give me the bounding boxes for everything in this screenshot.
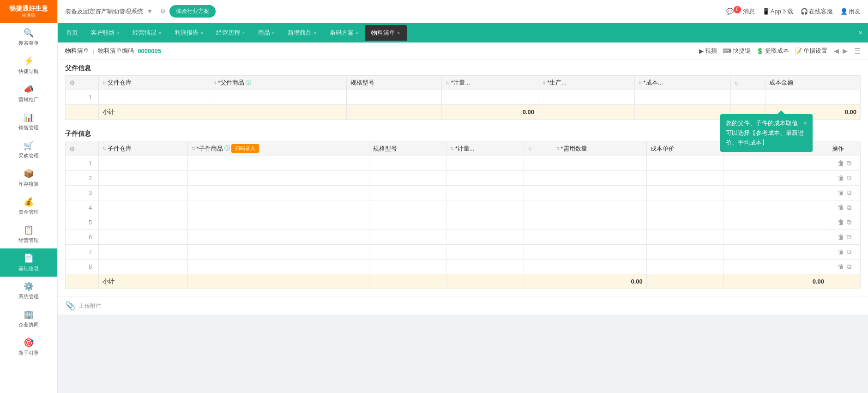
child-row3-unit-cost[interactable]	[646, 186, 723, 200]
child-row2-unit-cost[interactable]	[646, 171, 723, 186]
extract-cost-btn[interactable]: 💲 提取成本	[756, 47, 789, 55]
parent-row1-warehouse[interactable]	[99, 90, 209, 105]
child-row6-qty[interactable]	[552, 230, 646, 245]
sidebar-item-system[interactable]: ⚙️ 系统管理	[0, 277, 57, 305]
dropdown-arrow-icon[interactable]: ▼	[147, 8, 153, 15]
settings-icon[interactable]: ⚙	[160, 8, 166, 15]
close-icon-bom[interactable]: ×	[397, 30, 400, 36]
view-btn[interactable]: ▶ 视频	[699, 47, 717, 55]
user-item[interactable]: 👤 用友	[840, 7, 861, 16]
child-row6-goods[interactable]	[187, 230, 369, 245]
child-row3-unit[interactable]	[446, 186, 524, 200]
shortcut-btn[interactable]: ⌨ 快捷键	[723, 47, 751, 55]
copy-icon-row8[interactable]: ⧉	[847, 263, 851, 271]
child-row2-unit[interactable]	[446, 171, 524, 186]
child-row2-warehouse[interactable]	[99, 171, 188, 186]
app-download-item[interactable]: 📱 App下载	[762, 7, 793, 16]
child-row7-warehouse[interactable]	[99, 245, 188, 260]
child-row6-warehouse[interactable]	[99, 230, 188, 245]
child-row6-spec[interactable]	[369, 230, 446, 245]
sidebar-item-inventory[interactable]: 📦 库存核算	[0, 164, 57, 192]
delete-icon-row8[interactable]: 🗑	[838, 263, 844, 271]
child-row8-spec[interactable]	[369, 260, 446, 274]
tab-home[interactable]: 首页	[60, 25, 84, 41]
child-row1-goods[interactable]	[187, 156, 369, 171]
tab-new-goods[interactable]: 新增商品 ×	[281, 25, 323, 41]
tab-bom[interactable]: 物料清单 ×	[365, 25, 406, 41]
copy-icon-row7[interactable]: ⧉	[847, 248, 851, 256]
tab-customer[interactable]: 客户联络 ×	[84, 25, 126, 41]
sidebar-item-finance[interactable]: 💰 资金管理	[0, 192, 57, 220]
delete-icon-row1[interactable]: 🗑	[838, 159, 844, 167]
sidebar-item-enterprise[interactable]: 🏢 企业协同	[0, 305, 57, 333]
sidebar-item-newbie[interactable]: 🎯 新手引导	[0, 333, 57, 361]
child-row4-spec[interactable]	[369, 200, 446, 215]
child-row8-qty[interactable]	[552, 260, 646, 274]
delete-icon-row7[interactable]: 🗑	[838, 248, 844, 256]
child-row8-unit[interactable]	[446, 260, 524, 274]
child-row7-spec[interactable]	[369, 245, 446, 260]
child-row6-unit-cost[interactable]	[646, 230, 723, 245]
child-row1-unit[interactable]	[446, 156, 524, 171]
tab-history[interactable]: 经营历程 ×	[210, 25, 251, 41]
parent-row1-goods[interactable]	[209, 90, 347, 105]
copy-icon-row6[interactable]: ⧉	[847, 233, 851, 241]
child-row4-unit-cost[interactable]	[646, 200, 723, 215]
parent-row1-spec[interactable]	[347, 90, 442, 105]
child-row4-warehouse[interactable]	[99, 200, 188, 215]
child-row3-warehouse[interactable]	[99, 186, 188, 200]
sidebar-item-basic-info[interactable]: 📄 基础信息	[0, 248, 57, 277]
child-row8-warehouse[interactable]	[99, 260, 188, 274]
parent-row1-produce[interactable]	[538, 90, 635, 105]
child-row2-qty[interactable]	[552, 171, 646, 186]
breadcrumb-page[interactable]: 物料清单	[65, 47, 89, 55]
child-row4-qty[interactable]	[552, 200, 646, 215]
child-row5-goods[interactable]	[187, 215, 369, 230]
child-row7-goods[interactable]	[187, 245, 369, 260]
child-row3-goods[interactable]	[187, 186, 369, 200]
parent-row1-cost[interactable]	[634, 90, 731, 105]
child-row8-unit-cost[interactable]	[646, 260, 723, 274]
scan-input-btn[interactable]: 扫码录入	[231, 144, 259, 153]
parent-settings-gear[interactable]: ⚙	[69, 79, 75, 86]
tooltip-close-btn[interactable]: ×	[803, 119, 807, 128]
sidebar-item-marketing[interactable]: 📣 营销推广	[0, 79, 57, 108]
delete-icon-row2[interactable]: 🗑	[838, 174, 844, 182]
child-settings-gear[interactable]: ⚙	[69, 145, 75, 152]
experience-btn[interactable]: 体验行业方案	[169, 5, 216, 18]
child-row8-goods[interactable]	[187, 260, 369, 274]
copy-icon-row1[interactable]: ⧉	[847, 159, 851, 167]
prev-arrow[interactable]: ◀	[833, 46, 840, 55]
tab-barcode[interactable]: 条码方案 ×	[323, 25, 365, 41]
message-item[interactable]: 💬 6 消息	[726, 7, 755, 16]
child-row6-unit[interactable]	[446, 230, 524, 245]
tab-profit[interactable]: 利润报告 ×	[168, 25, 210, 41]
delete-icon-row4[interactable]: 🗑	[838, 204, 844, 212]
child-row7-unit-cost[interactable]	[646, 245, 723, 260]
child-row7-qty[interactable]	[552, 245, 646, 260]
child-row7-unit[interactable]	[446, 245, 524, 260]
child-row1-unit-cost[interactable]	[646, 156, 723, 171]
child-row5-spec[interactable]	[369, 215, 446, 230]
copy-icon-row5[interactable]: ⧉	[847, 218, 851, 226]
online-service-item[interactable]: 🎧 在线客服	[801, 7, 833, 16]
child-row5-unit[interactable]	[446, 215, 524, 230]
sidebar-item-sales[interactable]: 📊 销售管理	[0, 108, 57, 136]
single-settings-btn[interactable]: 📝 单据设置	[795, 47, 827, 55]
close-icon-barcode[interactable]: ×	[356, 30, 358, 36]
copy-icon-row2[interactable]: ⧉	[847, 174, 851, 182]
child-row1-warehouse[interactable]	[99, 156, 188, 171]
child-row5-unit-cost[interactable]	[646, 215, 723, 230]
parent-row1-unit[interactable]	[442, 90, 538, 105]
delete-icon-row5[interactable]: 🗑	[838, 218, 844, 226]
tab-goods[interactable]: 商品 ×	[252, 25, 281, 41]
tab-operation[interactable]: 经营情况 ×	[126, 25, 168, 41]
child-row4-goods[interactable]	[187, 200, 369, 215]
close-icon-new-goods[interactable]: ×	[313, 30, 316, 36]
child-row2-goods[interactable]	[187, 171, 369, 186]
sidebar-item-search[interactable]: 🔍 搜索菜单	[0, 23, 57, 51]
child-row2-spec[interactable]	[369, 171, 446, 186]
delete-icon-row3[interactable]: 🗑	[838, 189, 844, 197]
sidebar-item-quick-nav[interactable]: ⚡ 快捷导航	[0, 51, 57, 79]
delete-icon-row6[interactable]: 🗑	[838, 233, 844, 241]
